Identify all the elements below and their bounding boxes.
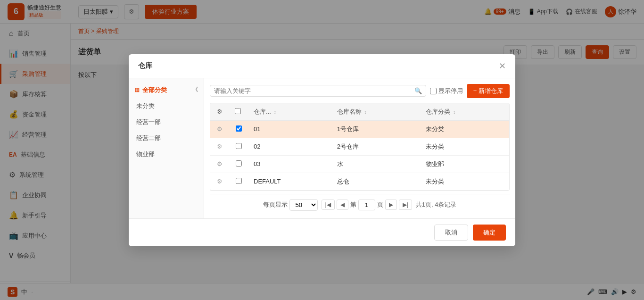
row-code: DEFAULT <box>248 173 331 190</box>
row-gear-icon[interactable]: ⚙ <box>217 178 223 185</box>
new-warehouse-button[interactable]: + 新增仓库 <box>467 84 510 98</box>
warehouse-table: ⚙ 仓库... ↕ 仓库名称 <box>210 103 510 191</box>
table-row[interactable]: ⚙ 02 2号仓库 未分类 <box>210 138 509 155</box>
row-category: 物业部 <box>420 155 509 173</box>
total-info: 共1页, 4条记录 <box>416 200 457 209</box>
modal-sidebar-title: 全部分类 <box>142 86 167 94</box>
select-all-checkbox[interactable] <box>235 108 241 114</box>
search-input[interactable] <box>214 87 414 94</box>
page-size-select: 每页显示 50 100 200 <box>263 199 318 211</box>
page-size-dropdown[interactable]: 50 100 200 <box>289 199 318 211</box>
modal-sidebar-header[interactable]: ⊞ 全部分类 《 <box>129 82 204 98</box>
row-name: 水 <box>331 155 421 173</box>
collapse-icon[interactable]: 《 <box>192 86 198 94</box>
row-checkbox[interactable] <box>236 178 242 184</box>
page-suffix: 页 <box>377 200 383 209</box>
gear-icon: ⚙ <box>217 108 223 115</box>
row-gear-cell: ⚙ <box>210 138 229 155</box>
modal-sidebar-item-1[interactable]: 经营一部 <box>129 114 204 130</box>
row-name: 总仓 <box>331 173 421 190</box>
modal-pagination: 每页显示 50 100 200 |◀ ◀ 第 页 ▶ <box>210 194 510 213</box>
modal-sidebar-item-0[interactable]: 未分类 <box>129 98 204 114</box>
column-code: 仓库... ↕ <box>248 103 331 121</box>
row-category: 未分类 <box>420 120 509 138</box>
page-number-input[interactable] <box>358 200 375 210</box>
sort-name-icon[interactable]: ↕ <box>364 109 367 115</box>
modal-sidebar-item-2[interactable]: 经营二部 <box>129 130 204 146</box>
search-box: 🔍 <box>210 85 426 97</box>
page-size-label: 每页显示 <box>263 200 288 209</box>
row-category: 未分类 <box>420 173 509 190</box>
show-disabled-checkbox[interactable] <box>430 88 437 94</box>
column-name: 仓库名称 ↕ <box>331 103 421 121</box>
modal-sidebar-item-3[interactable]: 物业部 <box>129 146 204 162</box>
row-gear-icon[interactable]: ⚙ <box>217 160 223 167</box>
table-row[interactable]: ⚙ 03 水 物业部 <box>210 155 509 173</box>
modal-toolbar: 🔍 显示停用 + 新增仓库 <box>210 84 510 98</box>
sort-code-icon[interactable]: ↕ <box>273 109 276 115</box>
row-checkbox-cell <box>229 155 248 173</box>
next-page-button[interactable]: ▶ <box>385 200 397 210</box>
row-checkbox-cell <box>229 120 248 138</box>
modal-main: 🔍 显示停用 + 新增仓库 ⚙ <box>204 78 515 218</box>
row-checkbox-cell <box>229 173 248 190</box>
table-header-row: ⚙ 仓库... ↕ 仓库名称 <box>210 103 509 121</box>
row-code: 02 <box>248 138 331 155</box>
row-checkbox[interactable] <box>236 160 242 167</box>
confirm-button[interactable]: 确定 <box>473 225 506 241</box>
row-name: 2号仓库 <box>331 138 421 155</box>
row-checkbox-cell <box>229 138 248 155</box>
row-gear-cell: ⚙ <box>210 120 229 138</box>
modal-title: 仓库 <box>138 61 152 70</box>
row-gear-cell: ⚙ <box>210 155 229 173</box>
show-disabled-label: 显示停用 <box>430 87 463 95</box>
column-gear: ⚙ <box>210 103 229 121</box>
row-gear-icon[interactable]: ⚙ <box>217 143 223 150</box>
row-gear-cell: ⚙ <box>210 173 229 190</box>
modal-sidebar: ⊞ 全部分类 《 未分类 经营一部 经营二部 物业部 <box>129 78 204 218</box>
last-page-button[interactable]: ▶| <box>399 200 412 210</box>
modal-header: 仓库 ✕ <box>129 54 515 78</box>
page-label: 第 <box>350 200 356 209</box>
search-icon: 🔍 <box>414 87 422 94</box>
column-category-label: 仓库分类 <box>426 108 450 115</box>
row-code: 03 <box>248 155 331 173</box>
modal-footer: 取消 确定 <box>129 218 515 246</box>
column-name-label: 仓库名称 <box>337 108 362 115</box>
column-code-label: 仓库... <box>254 108 271 115</box>
cancel-button[interactable]: 取消 <box>434 225 468 241</box>
column-category: 仓库分类 ↕ <box>420 103 509 121</box>
grid-icon: ⊞ <box>134 86 140 93</box>
row-name: 1号仓库 <box>331 120 421 138</box>
modal-body: ⊞ 全部分类 《 未分类 经营一部 经营二部 物业部 🔍 <box>129 78 515 218</box>
warehouse-modal: 仓库 ✕ ⊞ 全部分类 《 未分类 经营一部 经营二部 物业部 <box>129 54 515 246</box>
table-row[interactable]: ⚙ 01 1号仓库 未分类 <box>210 120 509 138</box>
table-row[interactable]: ⚙ DEFAULT 总仓 未分类 <box>210 173 509 190</box>
prev-page-button[interactable]: ◀ <box>337 200 348 210</box>
row-checkbox[interactable] <box>236 125 242 132</box>
row-code: 01 <box>248 120 331 138</box>
sort-category-icon[interactable]: ↕ <box>453 109 456 115</box>
row-gear-icon[interactable]: ⚙ <box>217 125 223 133</box>
modal-overlay: 仓库 ✕ ⊞ 全部分类 《 未分类 经营一部 经营二部 物业部 <box>0 0 644 300</box>
first-page-button[interactable]: |◀ <box>322 200 335 210</box>
column-checkbox <box>229 103 248 121</box>
show-disabled-text: 显示停用 <box>438 87 463 95</box>
row-checkbox[interactable] <box>236 143 242 149</box>
modal-close-button[interactable]: ✕ <box>499 61 506 71</box>
row-category: 未分类 <box>420 138 509 155</box>
page-nav: |◀ ◀ 第 页 ▶ ▶| <box>322 200 412 210</box>
